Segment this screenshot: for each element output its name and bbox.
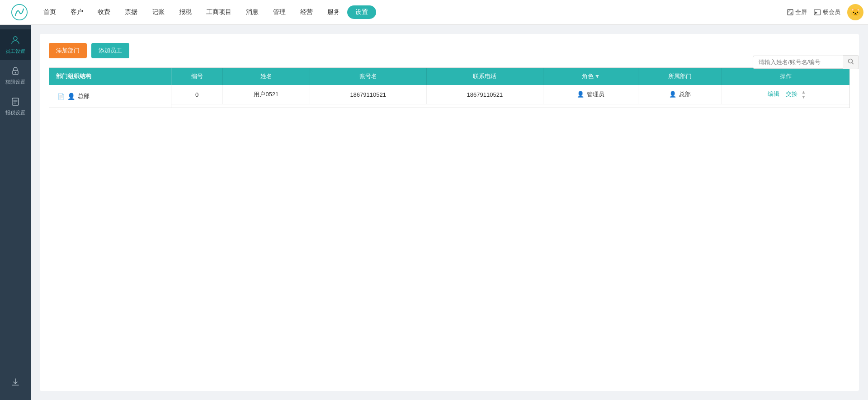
svg-marker-9 — [595, 75, 599, 78]
edit-button[interactable]: 编辑 — [768, 90, 779, 97]
filter-icon — [595, 74, 599, 79]
sidebar-item-permission-label: 权限设置 — [5, 79, 25, 85]
col-id: 编号 — [171, 68, 223, 85]
handover-button[interactable]: 交接 — [786, 90, 797, 97]
nav-customer[interactable]: 客户 — [63, 5, 90, 19]
scroll-up-arrow: ▲ — [802, 89, 806, 94]
main-area: 员工设置 权限设置 报税设置 — [0, 25, 868, 400]
add-emp-button[interactable]: 添加员工 — [91, 43, 129, 58]
lock-icon — [10, 66, 21, 76]
person-icon — [10, 35, 21, 46]
dept-tree: 📄 👤 总部 — [49, 85, 171, 108]
download-icon — [10, 377, 21, 388]
content-inner: 添加部门 添加员工 部门组织结构 📄 👤 总部 — [40, 34, 859, 391]
nav-manage[interactable]: 管理 — [266, 5, 293, 19]
col-phone: 联系电话 — [426, 68, 543, 85]
vip-icon: ▶ — [814, 9, 821, 15]
col-role[interactable]: 角色 — [543, 68, 638, 85]
employee-table: 编号 姓名 账号名 联系电话 角色 — [171, 68, 849, 104]
nav-operation[interactable]: 经营 — [293, 5, 320, 19]
col-action: 操作 — [722, 68, 849, 85]
cell-role: 👤 管理员 — [543, 85, 638, 104]
add-dept-button[interactable]: 添加部门 — [49, 43, 87, 58]
dept-person-icon: 👤 — [67, 93, 75, 100]
search-bar — [753, 55, 859, 69]
col-name: 姓名 — [223, 68, 310, 85]
nav-menu: 首页 客户 收费 票据 记账 报税 工商项目 消息 管理 经营 服务 设置 — [36, 5, 787, 19]
nav-invoice[interactable]: 票据 — [118, 5, 145, 19]
role-filter-header: 角色 — [547, 72, 634, 80]
nav-message[interactable]: 消息 — [239, 5, 266, 19]
dept-panel-header: 部门组织结构 — [49, 68, 171, 85]
dept-tree-item[interactable]: 📄 👤 总部 — [54, 89, 166, 103]
svg-text:▶: ▶ — [815, 11, 818, 14]
fullscreen-button[interactable]: 全屏 — [787, 8, 807, 16]
nav-service[interactable]: 服务 — [320, 5, 347, 19]
fullscreen-label: 全屏 — [795, 8, 807, 16]
file-icon: 📄 — [57, 93, 65, 100]
dept-name: 总部 — [78, 92, 90, 100]
search-button[interactable] — [843, 55, 859, 69]
table-row: 0 用户0521 18679110521 18679110521 👤 管理员 👤 — [171, 85, 849, 104]
sidebar-item-employee-settings[interactable]: 员工设置 — [0, 29, 31, 60]
sidebar-item-tax-settings[interactable]: 报税设置 — [0, 91, 31, 122]
search-input[interactable] — [753, 56, 843, 69]
sidebar: 员工设置 权限设置 报税设置 — [0, 25, 31, 400]
vip-button[interactable]: ▶ 畅会员 — [814, 8, 840, 16]
col-account: 账号名 — [310, 68, 426, 85]
sidebar-item-permission-settings[interactable]: 权限设置 — [0, 60, 31, 91]
tax-icon — [10, 96, 21, 107]
search-icon — [848, 58, 854, 65]
top-navigation: 首页 客户 收费 票据 记账 报税 工商项目 消息 管理 经营 服务 设置 全屏… — [0, 0, 868, 25]
scroll-down-arrow: ▼ — [802, 94, 806, 99]
nav-home[interactable]: 首页 — [36, 5, 63, 19]
avatar[interactable]: 🐱 — [847, 4, 863, 20]
nav-billing[interactable]: 收费 — [90, 5, 118, 19]
svg-point-4 — [14, 37, 17, 40]
table-header-row: 编号 姓名 账号名 联系电话 角色 — [171, 68, 849, 85]
table-panel: 编号 姓名 账号名 联系电话 角色 — [171, 68, 849, 108]
nav-business[interactable]: 工商项目 — [199, 5, 239, 19]
vip-label: 畅会员 — [823, 8, 840, 16]
dept-name-icon: 👤 — [669, 91, 676, 98]
nav-settings[interactable]: 设置 — [347, 5, 376, 19]
dept-panel: 部门组织结构 📄 👤 总部 — [49, 68, 171, 108]
cell-dept: 👤 总部 — [638, 85, 722, 104]
nav-tax[interactable]: 报税 — [172, 5, 199, 19]
fullscreen-icon — [787, 9, 793, 15]
sidebar-item-tax-label: 报税设置 — [5, 109, 25, 116]
toolbar: 添加部门 添加员工 — [49, 43, 850, 58]
cell-id: 0 — [171, 85, 223, 104]
sidebar-item-employee-label: 员工设置 — [5, 48, 25, 55]
cell-action: 编辑 交接 ▲ ▼ — [722, 85, 849, 104]
cell-account: 18679110521 — [310, 85, 426, 104]
top-nav-right: 全屏 ▶ 畅会员 🐱 — [787, 4, 863, 20]
role-person-icon: 👤 — [577, 91, 584, 98]
sidebar-item-download[interactable] — [10, 372, 21, 393]
scroll-arrows: ▲ ▼ — [802, 89, 806, 99]
svg-point-6 — [15, 72, 16, 74]
content-area: 添加部门 添加员工 部门组织结构 📄 👤 总部 — [31, 25, 868, 400]
cell-name: 用户0521 — [223, 85, 310, 104]
col-dept: 所属部门 — [638, 68, 722, 85]
nav-accounting[interactable]: 记账 — [145, 5, 172, 19]
sidebar-bottom — [10, 372, 21, 400]
logo — [5, 4, 34, 20]
cell-phone: 18679110521 — [426, 85, 543, 104]
body-layout: 部门组织结构 📄 👤 总部 编号 — [49, 67, 850, 108]
svg-rect-1 — [788, 9, 793, 15]
